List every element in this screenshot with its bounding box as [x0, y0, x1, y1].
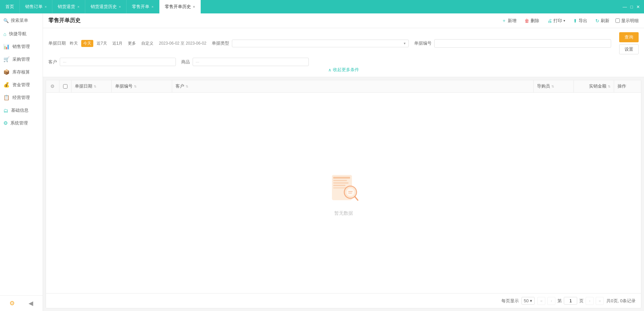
- date-1month[interactable]: 近1月: [110, 40, 125, 47]
- add-icon: ＋: [502, 18, 506, 24]
- empty-illustration: [325, 169, 362, 206]
- customer-label: 客户: [48, 59, 57, 65]
- content-area: 零售开单历史 ＋ 新增 🗑 删除 🖨 打印 ▾ ⬆ 导出: [43, 13, 644, 311]
- empty-text: 暂无数据: [334, 210, 353, 216]
- date-yesterday[interactable]: 昨天: [68, 40, 80, 47]
- th-amount-label: 实销金额: [589, 83, 606, 89]
- export-button[interactable]: ⬆ 导出: [571, 16, 589, 25]
- number-input[interactable]: [434, 39, 611, 48]
- close-tab-retail-open[interactable]: ×: [151, 5, 153, 9]
- next-page-btn[interactable]: ›: [586, 297, 594, 305]
- window-controls: — □ ✕: [618, 4, 644, 9]
- sidebar-item-inventory[interactable]: 📦 库存核算: [0, 66, 43, 79]
- table-select-all[interactable]: [59, 80, 71, 92]
- settings-button[interactable]: 设置: [619, 44, 639, 54]
- th-number[interactable]: 单据编号 ⇅: [112, 80, 172, 92]
- sidebar-item-finance[interactable]: 💰 资金管理: [0, 79, 43, 91]
- query-button[interactable]: 查询: [619, 32, 639, 42]
- refresh-icon: ↻: [595, 18, 599, 23]
- minimize-btn[interactable]: —: [623, 4, 627, 9]
- page-nav: « ‹ 第 页 › »: [537, 297, 604, 305]
- sidebar-item-label: 销售管理: [12, 44, 30, 50]
- th-customer[interactable]: 客户 ⇅: [172, 80, 534, 92]
- page-input[interactable]: [564, 297, 577, 305]
- prev-page-btn[interactable]: ‹: [547, 297, 555, 305]
- table-column-settings[interactable]: ⚙: [46, 80, 59, 92]
- delete-label: 删除: [531, 18, 539, 24]
- tab-home[interactable]: 首页: [0, 0, 20, 13]
- type-select[interactable]: ▾: [232, 40, 409, 47]
- top-tabbar: 首页 销售订单 × 销货退货 × 销货退货历史 × 零售开单 × 零售开单历史 …: [0, 0, 644, 13]
- close-tab-sales-return-history[interactable]: ×: [119, 5, 121, 9]
- main-layout: 🔍 搜索菜单 ⌂ 快捷导航 📊 销售管理 🛒 采购管理 📦 库存核算 💰 资金管…: [0, 13, 644, 311]
- sidebar-item-label: 快捷导航: [9, 31, 27, 37]
- tab-retail-open[interactable]: 零售开单 ×: [127, 0, 159, 13]
- filter-row-1: 单据日期 昨天 今天 近7天 近1月 更多 自定义 2023-06-02 至 2…: [48, 32, 639, 54]
- date-more[interactable]: 更多: [126, 40, 138, 47]
- table-area: ⚙ 单据日期 ⇅ 单据编号 ⇅ 客户 ⇅ 导购员 ⇅: [46, 80, 641, 308]
- close-btn[interactable]: ✕: [636, 4, 640, 9]
- tab-sales-order[interactable]: 销售订单 ×: [20, 0, 52, 13]
- sidebar-item-operation[interactable]: 📋 经营管理: [0, 91, 43, 104]
- tab-retail-open-history[interactable]: 零售开单历史 ×: [159, 0, 201, 13]
- th-date[interactable]: 单据日期 ⇅: [71, 80, 112, 92]
- goods-placeholder: ···: [196, 59, 199, 64]
- close-tab-sales-order[interactable]: ×: [45, 5, 47, 9]
- sort-customer-icon: ⇅: [186, 85, 188, 88]
- sidebar-item-purchase-mgmt[interactable]: 🛒 采购管理: [0, 53, 43, 66]
- maximize-btn[interactable]: □: [630, 4, 633, 9]
- date-today[interactable]: 今天: [81, 40, 93, 47]
- print-button[interactable]: 🖨 打印 ▾: [545, 16, 567, 25]
- first-page-btn[interactable]: «: [537, 297, 545, 305]
- sidebar-item-sys-mgmt[interactable]: ⚙ 系统管理: [0, 117, 43, 129]
- th-guide[interactable]: 导购员 ⇅: [534, 80, 574, 92]
- add-button[interactable]: ＋ 新增: [500, 16, 518, 25]
- type-label: 单据类型: [212, 40, 229, 46]
- sidebar-item-label: 经营管理: [12, 95, 30, 101]
- th-amount[interactable]: 实销金额 ⇅: [574, 80, 614, 92]
- date-7days[interactable]: 近7天: [95, 40, 109, 47]
- refresh-button[interactable]: ↻ 刷新: [593, 16, 611, 25]
- date-shortcuts: 昨天 今天 近7天 近1月 更多 自定义: [68, 40, 155, 47]
- goods-select[interactable]: ···: [193, 58, 309, 66]
- sidebar-search[interactable]: 🔍 搜索菜单: [0, 13, 43, 28]
- filter-area: 单据日期 昨天 今天 近7天 近1月 更多 自定义 2023-06-02 至 2…: [43, 28, 644, 77]
- select-all-checkbox[interactable]: [63, 84, 67, 89]
- print-icon: 🖨: [547, 18, 552, 23]
- th-action-label: 操作: [617, 83, 626, 89]
- filter-row-2: 客户 ··· 商品 ···: [48, 58, 639, 66]
- sidebar-settings-icon[interactable]: ⚙: [9, 300, 15, 307]
- collapse-bar[interactable]: ∧ 收起更多条件: [48, 67, 639, 73]
- tab-sales-return-history[interactable]: 销货退货历史 ×: [85, 0, 127, 13]
- date-custom[interactable]: 自定义: [139, 40, 155, 47]
- page-header: 零售开单历史 ＋ 新增 🗑 删除 🖨 打印 ▾ ⬆ 导出: [43, 13, 644, 28]
- total-info: 共0页, 0条记录: [606, 298, 636, 304]
- filter-number-item: 单据编号: [414, 39, 611, 48]
- sidebar-item-quick-nav[interactable]: ⌂ 快捷导航: [0, 28, 43, 40]
- show-detail-toggle[interactable]: 显示明细: [615, 18, 639, 24]
- table-header: ⚙ 单据日期 ⇅ 单据编号 ⇅ 客户 ⇅ 导购员 ⇅: [46, 80, 641, 93]
- last-page-btn[interactable]: »: [596, 297, 604, 305]
- page-size-select[interactable]: 50 ▾: [522, 297, 535, 305]
- delete-button[interactable]: 🗑 删除: [523, 16, 541, 25]
- show-detail-checkbox[interactable]: [615, 18, 620, 23]
- svg-line-8: [355, 197, 358, 200]
- date-label: 单据日期: [48, 40, 66, 46]
- date-range: 2023-06-02 至 2023-06-02: [159, 41, 206, 46]
- customer-select[interactable]: ···: [60, 58, 176, 66]
- sidebar-bottom: ⚙ ◀: [0, 295, 43, 311]
- sidebar-item-sales-mgmt[interactable]: 📊 销售管理: [0, 40, 43, 53]
- tab-sales-return[interactable]: 销货退货 ×: [52, 0, 85, 13]
- sidebar-collapse-icon[interactable]: ◀: [29, 300, 33, 307]
- svg-rect-1: [333, 177, 350, 179]
- export-icon: ⬆: [573, 18, 577, 23]
- sidebar-item-basic-info[interactable]: 🗂 基础信息: [0, 104, 43, 117]
- close-tab-retail-open-history[interactable]: ×: [193, 5, 195, 9]
- close-tab-sales-return[interactable]: ×: [77, 5, 79, 9]
- empty-state: 暂无数据: [46, 93, 641, 293]
- inventory-icon: 📦: [3, 69, 10, 75]
- filter-date-item: 单据日期 昨天 今天 近7天 近1月 更多 自定义 2023-06-02 至 2…: [48, 40, 206, 47]
- add-label: 新增: [508, 18, 516, 24]
- sidebar-item-label: 库存核算: [12, 69, 30, 75]
- page-size-arrow: ▾: [530, 298, 532, 303]
